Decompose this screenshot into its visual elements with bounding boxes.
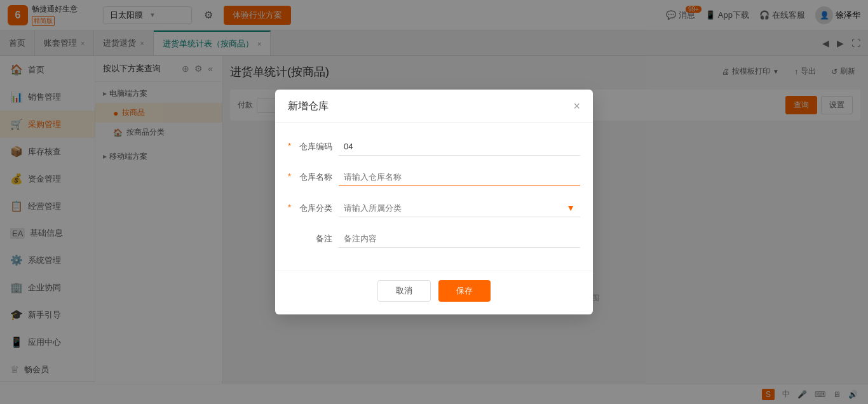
form-row-category: 仓库分类 ▼: [288, 199, 580, 217]
save-button[interactable]: 保存: [438, 280, 491, 302]
modal-overlay[interactable]: 新增仓库 × 仓库编码 仓库名称 仓库分类 ▼: [0, 0, 868, 404]
name-label: 仓库名称: [288, 172, 339, 183]
dialog-header: 新增仓库 ×: [275, 90, 593, 123]
new-warehouse-dialog: 新增仓库 × 仓库编码 仓库名称 仓库分类 ▼: [275, 90, 593, 314]
dialog-title: 新增仓库: [288, 100, 329, 113]
code-input[interactable]: [339, 138, 580, 156]
cancel-button[interactable]: 取消: [377, 280, 431, 302]
category-input[interactable]: [344, 203, 566, 213]
remark-input[interactable]: [339, 230, 580, 248]
remark-label: 备注: [288, 233, 339, 245]
form-row-remark: 备注: [288, 230, 580, 248]
category-label: 仓库分类: [288, 203, 339, 214]
form-row-name: 仓库名称: [288, 168, 580, 186]
dialog-body: 仓库编码 仓库名称 仓库分类 ▼ 备注: [275, 123, 593, 271]
dialog-footer: 取消 保存: [275, 271, 593, 314]
category-dropdown-icon[interactable]: ▼: [566, 203, 575, 213]
category-select-wrapper: ▼: [339, 199, 580, 217]
dialog-close-button[interactable]: ×: [573, 100, 580, 113]
code-label: 仓库编码: [288, 141, 339, 152]
form-row-code: 仓库编码: [288, 138, 580, 156]
name-input[interactable]: [339, 168, 580, 186]
